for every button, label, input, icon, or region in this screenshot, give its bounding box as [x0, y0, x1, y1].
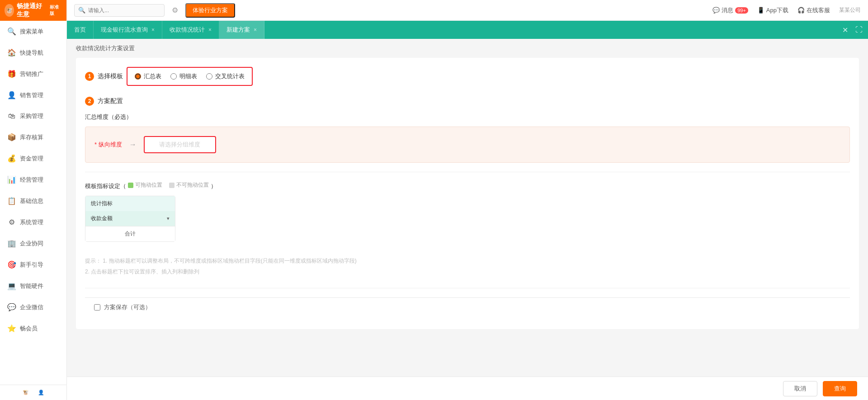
basic-info-nav-icon: 📋	[7, 197, 16, 205]
sidebar-item-sales[interactable]: 👤销售管理	[0, 85, 66, 106]
settings-icon[interactable]: ⚙	[172, 6, 178, 14]
legend-non-draggable-label: 不可拖动位置	[176, 181, 209, 189]
sales-nav-icon: 👤	[7, 91, 16, 99]
tab-home[interactable]: 首页	[67, 21, 94, 39]
dimension-area: * 纵向维度 → 请选择分组维度	[85, 127, 850, 163]
tab-new-plan-close[interactable]: ×	[254, 27, 257, 33]
dropdown-arrow-icon[interactable]: ▾	[167, 216, 170, 221]
inventory-nav-label: 库存核算	[20, 133, 43, 141]
hardware-nav-icon: 💻	[7, 282, 16, 290]
footer-divider	[85, 288, 850, 288]
support-icon: 🎧	[797, 7, 805, 14]
sidebar-logo: 🐮 畅捷通好生意 标准版	[0, 0, 66, 21]
maximize-icon[interactable]: ⛶	[854, 24, 864, 36]
quick-nav-nav-label: 快捷导航	[20, 49, 43, 57]
dimension-placeholder: 请选择分组维度	[159, 141, 200, 149]
tab-new-plan-label: 新建方案	[226, 26, 250, 34]
dimension-select[interactable]: 请选择分组维度	[144, 136, 216, 153]
header: 🔍 ⚙ 体验行业方案 💬 消息 99+ 📱 App下载 🎧 在线客服 某某公司	[67, 0, 868, 21]
app-download-button[interactable]: 📱 App下载	[757, 6, 788, 14]
step2-header: 2 方案配置	[85, 97, 850, 106]
tip-line2: 2. 点击标题栏下拉可设置排序、插入列和删除列	[85, 266, 850, 277]
logo-tag: 标准版	[48, 4, 62, 17]
sidebar-item-basic-info[interactable]: 📋基础信息	[0, 190, 66, 212]
tab-bank-flow-close[interactable]: ×	[151, 27, 155, 33]
sidebar-bottom-item-b[interactable]: 👤	[38, 390, 44, 395]
sidebar: 🐮 畅捷通好生意 标准版 🔍搜索菜单🏠快捷导航🎁营销推广👤销售管理🛍采购管理📦库…	[0, 0, 67, 400]
basic-info-nav-label: 基础信息	[20, 197, 43, 205]
radio-cross-input[interactable]	[206, 73, 212, 80]
step2-title: 方案配置	[98, 97, 123, 105]
metrics-dropdown-row[interactable]: 收款金额 ▾	[85, 211, 175, 226]
metrics-header: 模板指标设定（ 可拖动位置 不可拖动位置 ）	[85, 181, 850, 190]
header-search-box[interactable]: 🔍	[74, 4, 165, 17]
sidebar-item-search[interactable]: 🔍搜索菜单	[0, 21, 66, 42]
search-input[interactable]	[88, 7, 151, 14]
tips-section: 提示： 1. 拖动标题栏可以调整布局，不可跨维度或指标区域拖动栏目字段(只能在同…	[85, 255, 850, 277]
cancel-button[interactable]: 取消	[783, 381, 817, 396]
message-badge: 99+	[735, 7, 748, 14]
radio-detail-label: 明细表	[179, 72, 197, 80]
tip-line1: 提示： 1. 拖动标题栏可以调整布局，不可跨维度或指标区域拖动栏目字段(只能在同…	[85, 255, 850, 266]
search-nav-icon: 🔍	[7, 27, 16, 36]
sidebar-item-system[interactable]: ⚙系统管理	[0, 212, 66, 233]
online-support-button[interactable]: 🎧 在线客服	[797, 6, 830, 14]
template-radio-group: 汇总表 明细表 交叉统计表	[135, 72, 245, 80]
sidebar-bottom: 🐮 👤	[0, 385, 66, 400]
sidebar-item-purchase[interactable]: 🛍采购管理	[0, 106, 66, 127]
radio-cross-label: 交叉统计表	[215, 72, 245, 80]
messages-button[interactable]: 💬 消息 99+	[712, 6, 748, 14]
trial-button[interactable]: 体验行业方案	[185, 3, 235, 18]
tab-bank-flow-label: 现金银行流水查询	[101, 26, 148, 34]
wechat-nav-label: 企业微信	[20, 303, 43, 311]
metrics-total-row: 合计	[85, 226, 175, 241]
sidebar-item-wechat[interactable]: 💬企业微信	[0, 296, 66, 318]
tab-collection-stats-close[interactable]: ×	[208, 27, 212, 33]
online-support-label: 在线客服	[807, 6, 830, 14]
sidebar-bottom-item-a[interactable]: 🐮	[23, 390, 29, 395]
arrow-icon: →	[129, 141, 137, 149]
search-nav-label: 搜索菜单	[20, 28, 43, 36]
sidebar-item-guide[interactable]: 🎯新手引导	[0, 254, 66, 275]
message-icon: 💬	[712, 7, 720, 14]
close-tab-icon[interactable]: ✕	[840, 24, 850, 36]
quick-nav-nav-icon: 🏠	[7, 48, 16, 57]
header-right: 💬 消息 99+ 📱 App下载 🎧 在线客服 某某公司	[712, 6, 861, 14]
radio-summary[interactable]: 汇总表	[135, 72, 161, 80]
dimension-title: 汇总维度（必选）	[85, 113, 850, 121]
config-section: 汇总维度（必选） * 纵向维度 → 请选择分组维度 模板指标设定（	[85, 113, 850, 277]
sidebar-item-capital[interactable]: 💰资金管理	[0, 148, 66, 169]
purchase-nav-label: 采购管理	[20, 112, 43, 120]
save-plan-checkbox[interactable]	[94, 304, 100, 311]
system-nav-label: 系统管理	[20, 218, 43, 226]
wechat-nav-icon: 💬	[7, 303, 16, 311]
tabs-bar: 首页现金银行流水查询×收款情况统计×新建方案× ✕ ⛶	[67, 21, 868, 39]
sidebar-item-quick-nav[interactable]: 🏠快捷导航	[0, 42, 66, 63]
sidebar-item-hardware[interactable]: 💻智能硬件	[0, 275, 66, 296]
marketing-nav-icon: 🎁	[7, 70, 16, 78]
tab-bank-flow[interactable]: 现金银行流水查询×	[94, 21, 162, 39]
sidebar-item-operation[interactable]: 📊经营管理	[0, 169, 66, 190]
tab-collection-stats[interactable]: 收款情况统计×	[162, 21, 219, 39]
sidebar-item-marketing[interactable]: 🎁营销推广	[0, 63, 66, 85]
tab-new-plan[interactable]: 新建方案×	[219, 21, 264, 39]
content-area: 1 选择模板 汇总表 明细表 交叉统计表	[76, 58, 859, 329]
metrics-setting-label: 模板指标设定（ 可拖动位置 不可拖动位置 ）	[85, 181, 217, 190]
capital-nav-icon: 💰	[7, 154, 16, 163]
non-draggable-dot	[169, 183, 175, 188]
radio-summary-input[interactable]	[135, 73, 141, 80]
step1-number: 1	[85, 72, 94, 81]
radio-cross[interactable]: 交叉统计表	[206, 72, 245, 80]
save-plan-label[interactable]: 方案保存（可选）	[104, 303, 151, 311]
sidebar-item-member[interactable]: ⭐畅会员	[0, 318, 66, 339]
template-select-box: 汇总表 明细表 交叉统计表	[127, 67, 253, 86]
legend-draggable-item: 可拖动位置	[128, 181, 162, 189]
sidebar-item-enterprise[interactable]: 🏢企业协同	[0, 233, 66, 254]
sales-nav-label: 销售管理	[20, 91, 43, 99]
query-button[interactable]: 查询	[823, 381, 857, 396]
radio-detail-input[interactable]	[170, 73, 177, 80]
purchase-nav-icon: 🛍	[7, 112, 16, 120]
hardware-nav-label: 智能硬件	[20, 282, 43, 290]
radio-detail[interactable]: 明细表	[170, 72, 197, 80]
sidebar-item-inventory[interactable]: 📦库存核算	[0, 127, 66, 148]
